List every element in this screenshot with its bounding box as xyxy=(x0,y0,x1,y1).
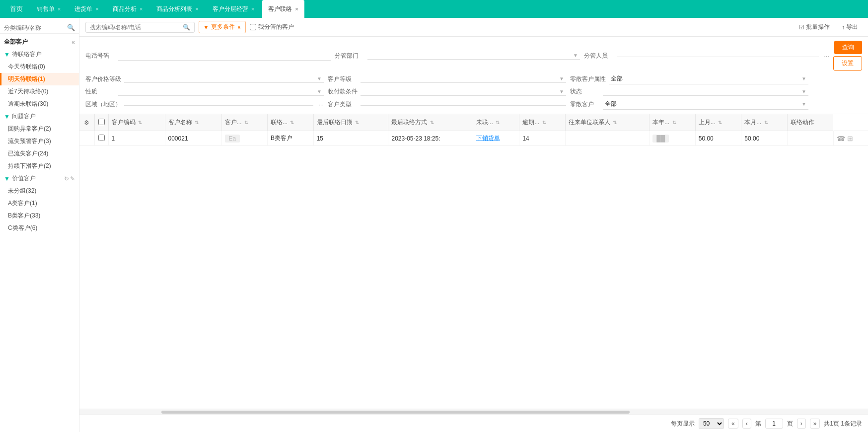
horizontal-scrollbar[interactable] xyxy=(161,411,630,414)
col-overdue-header[interactable]: 逾期... ⇅ xyxy=(519,114,566,131)
sidebar-item-churn-warning[interactable]: 流失预警客户(3) xyxy=(0,135,79,147)
batch-btn-label: 批量操作 xyxy=(806,23,830,31)
nav-close-purchase[interactable]: × xyxy=(95,6,98,12)
filter-phone-input[interactable] xyxy=(118,51,331,61)
row-contact-count: 15 xyxy=(313,131,388,146)
nav-product-list[interactable]: 商品分析列表 × xyxy=(150,0,204,18)
filter-set-btn[interactable]: 设置 xyxy=(833,56,862,71)
nav-customer-layer[interactable]: 客户分层经营 × xyxy=(207,0,260,18)
col-checkbox-header[interactable] xyxy=(94,114,108,131)
sidebar-section-value[interactable]: ▼ 价值客户 ↻ ✎ xyxy=(0,172,79,185)
row-action-phone-icon[interactable]: ☎ xyxy=(837,135,845,143)
nav-close-customer-contact[interactable]: × xyxy=(295,6,298,12)
filter-dept: 分管部门 ▼ xyxy=(335,52,580,60)
sidebar-item-overdue[interactable]: 逾期未联络(30) xyxy=(0,98,79,110)
row-last-method-link[interactable]: 下销货单 xyxy=(476,135,500,142)
sidebar-group-all-customers[interactable]: 全部客户 « xyxy=(0,36,79,48)
search-input[interactable] xyxy=(90,24,183,31)
last-page-btn[interactable]: » xyxy=(810,419,820,429)
page-input[interactable] xyxy=(765,419,783,429)
nav-close-sales[interactable]: × xyxy=(58,6,61,12)
page-label: 第 xyxy=(755,420,761,428)
filter-person-select[interactable] xyxy=(617,55,819,57)
row-gear xyxy=(79,131,94,146)
col-last-date-label: 最后联络日期 xyxy=(317,119,353,126)
col-name-header[interactable]: 客户名称 ⇅ xyxy=(165,114,221,131)
filter-retail-attr-select[interactable]: 全部 ▼ xyxy=(609,73,808,84)
sidebar-section-pending[interactable]: ▼ 待联络客户 xyxy=(0,48,79,61)
nav-close-customer-layer[interactable]: × xyxy=(251,6,254,12)
next-page-btn[interactable]: › xyxy=(797,419,806,429)
filter-customer-type-select[interactable] xyxy=(361,103,566,106)
filter-area-select[interactable] xyxy=(124,103,313,106)
col-last-method-header[interactable]: 最后联络方式 ⇅ xyxy=(388,114,473,131)
nav-customer-contact[interactable]: 客户联络 × xyxy=(262,0,304,18)
sidebar-item-churned[interactable]: 已流失客户(24) xyxy=(0,147,79,160)
col-name-label: 客户名称 xyxy=(168,119,192,126)
row-last-method[interactable]: 下销货单 xyxy=(473,131,519,146)
col-last-date-header[interactable]: 最后联络日期 ⇅ xyxy=(313,114,388,131)
col-contact-count-header[interactable]: 联络... ⇅ xyxy=(268,114,314,131)
more-filter-btn[interactable]: ▼ 更多条件 ∧ xyxy=(199,21,246,33)
sidebar-item-tomorrow[interactable]: 明天待联络(1) xyxy=(0,73,79,85)
sidebar-item-repurchase[interactable]: 回购异常客户(2) xyxy=(0,123,79,135)
nav-purchase[interactable]: 进货单 × xyxy=(69,0,104,18)
sidebar-item-ungrouped[interactable]: 未分组(32) xyxy=(0,185,79,197)
filter-retail-customer-select[interactable]: 全部 ▼ xyxy=(603,99,808,110)
batch-btn[interactable]: ☑ 批量操作 xyxy=(795,21,834,33)
first-page-btn[interactable]: « xyxy=(728,419,738,429)
filter-price-level-select[interactable]: ▼ xyxy=(124,75,324,83)
my-customer-label: 我分管的客户 xyxy=(258,23,294,31)
filter-row-3: 性质 ▼ 收付款条件 ▼ 状态 xyxy=(85,87,862,96)
my-customer-checkbox[interactable]: 我分管的客户 xyxy=(250,23,294,31)
col-uncontacted-header[interactable]: 未联... ⇅ xyxy=(473,114,519,131)
filter-customer-level-select[interactable]: ▼ xyxy=(361,75,566,83)
sidebar-section-problem[interactable]: ▼ 问题客户 xyxy=(0,110,79,123)
sidebar-search-input[interactable] xyxy=(4,24,67,31)
sidebar-item-7days[interactable]: 近7天待联络(0) xyxy=(0,85,79,98)
col-gear[interactable]: ⚙ xyxy=(79,114,94,131)
nav-close-product-list[interactable]: × xyxy=(195,6,198,12)
filter-area-dots[interactable]: ··· xyxy=(318,101,324,108)
col-overdue-sort: ⇅ xyxy=(542,120,546,125)
filter-payment-select[interactable]: ▼ xyxy=(361,88,566,96)
sidebar-value-refresh-icon[interactable]: ↻ xyxy=(64,175,69,182)
filter-person-dots[interactable]: ··· xyxy=(824,52,829,60)
batch-check-icon: ☑ xyxy=(799,24,804,31)
sidebar-item-declining[interactable]: 持续下滑客户(2) xyxy=(0,160,79,172)
nav-product-analysis[interactable]: 商品分析 × xyxy=(107,0,148,18)
filter-dept-select[interactable]: ▼ xyxy=(367,52,580,60)
row-checkbox[interactable] xyxy=(94,131,108,146)
sidebar-collapse-icon[interactable]: « xyxy=(72,39,75,46)
sidebar-item-c-class[interactable]: C类客户(6) xyxy=(0,222,79,234)
col-code-header[interactable]: 客户编码 ⇅ xyxy=(108,114,165,131)
select-all-checkbox[interactable] xyxy=(98,119,105,125)
row-select-checkbox[interactable] xyxy=(98,135,105,141)
prev-page-btn[interactable]: ‹ xyxy=(742,419,751,429)
filter-retail-attr-label: 零散客户属性 xyxy=(570,75,606,83)
export-btn[interactable]: ↑ 导出 xyxy=(838,21,862,33)
nav-home[interactable]: 首页 xyxy=(4,0,29,18)
toolbar-search-icon[interactable]: 🔍 xyxy=(183,24,190,31)
sidebar-item-a-class[interactable]: A类客户(1) xyxy=(0,197,79,210)
per-page-select[interactable]: 50 100 200 xyxy=(699,418,724,429)
row-name: Ea xyxy=(221,131,268,146)
col-ctype-header[interactable]: 客户... ⇅ xyxy=(221,114,268,131)
sidebar-item-b-class[interactable]: B类客户(33) xyxy=(0,210,79,222)
sidebar-value-edit-icon[interactable]: ✎ xyxy=(70,175,75,182)
col-this-year-header[interactable]: 本年... ⇅ xyxy=(650,114,696,131)
nav-sales[interactable]: 销售单 × xyxy=(31,0,67,18)
nav-close-product-analysis[interactable]: × xyxy=(140,6,143,12)
total-label: 共1页 1条记录 xyxy=(824,420,862,428)
filter-status-select[interactable]: ▼ xyxy=(603,88,808,96)
filter-query-btn[interactable]: 查询 xyxy=(834,41,862,54)
sidebar-search-icon[interactable]: 🔍 xyxy=(67,24,75,31)
sidebar-item-today[interactable]: 今天待联络(0) xyxy=(0,61,79,73)
my-customer-check[interactable] xyxy=(250,24,256,30)
col-this-month-header[interactable]: 本月... ⇅ xyxy=(741,114,788,131)
filter-nature-select[interactable]: ▼ xyxy=(118,88,324,96)
col-last-month-header[interactable]: 上月... ⇅ xyxy=(695,114,741,131)
col-unit-contact-header[interactable]: 往来单位联系人 ⇅ xyxy=(565,114,649,131)
col-this-month-sort: ⇅ xyxy=(764,120,768,125)
row-action-grid-icon[interactable]: ⊞ xyxy=(847,135,853,143)
